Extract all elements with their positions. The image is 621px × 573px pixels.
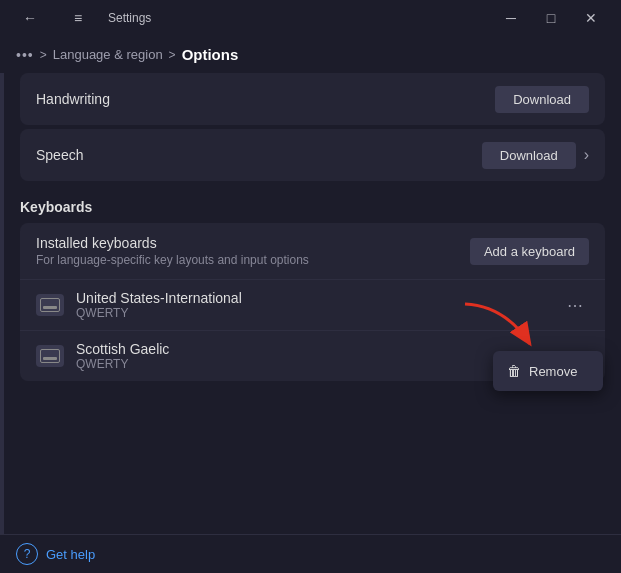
speech-chevron-icon: › (584, 146, 589, 164)
maximize-button[interactable]: □ (533, 4, 569, 32)
installed-keyboards-title: Installed keyboards (36, 235, 309, 251)
handwriting-download-button[interactable]: Download (495, 86, 589, 113)
trash-icon: 🗑 (507, 363, 521, 379)
context-menu: 🗑 Remove (493, 351, 603, 391)
handwriting-right: Download (495, 86, 589, 113)
keyboard-name-sg: Scottish Gaelic (76, 341, 561, 357)
handwriting-label: Handwriting (36, 91, 110, 107)
get-help-link[interactable]: Get help (46, 547, 95, 562)
keyboard-icon-us (36, 294, 64, 316)
keyboard-name-us: United States-International (76, 290, 561, 306)
keyboard-options-us[interactable]: ⋯ (561, 292, 589, 319)
remove-button[interactable]: 🗑 Remove (493, 355, 603, 387)
keyboard-sub-sg: QWERTY (76, 357, 561, 371)
keyboard-icon-sg (36, 345, 64, 367)
breadcrumb-sep1: > (40, 48, 47, 62)
keyboards-heading: Keyboards (20, 199, 605, 215)
keyboard-icon-inner-sg (40, 349, 60, 363)
app-title: Settings (108, 11, 151, 25)
keyboard-row-sg: Scottish Gaelic QWERTY ⋯ (20, 331, 605, 381)
help-icon: ? (16, 543, 38, 565)
minimize-button[interactable]: ─ (493, 4, 529, 32)
remove-label: Remove (529, 364, 577, 379)
installed-keyboards-text: Installed keyboards For language-specifi… (36, 235, 309, 267)
back-button[interactable]: ← (12, 4, 48, 32)
handwriting-card: Handwriting Download (20, 73, 605, 125)
breadcrumb: ••• > Language & region > Options (0, 36, 621, 73)
main-content: Handwriting Download Speech Download › K (4, 73, 621, 534)
keyboard-info-us: United States-International QWERTY (76, 290, 561, 320)
speech-card: Speech Download › (20, 129, 605, 181)
menu-button[interactable]: ≡ (60, 4, 96, 32)
window-controls: ─ □ ✕ (493, 4, 609, 32)
close-button[interactable]: ✕ (573, 4, 609, 32)
add-keyboard-button[interactable]: Add a keyboard (470, 238, 589, 265)
speech-label: Speech (36, 147, 83, 163)
handwriting-item: Handwriting Download (36, 73, 589, 125)
speech-right: Download › (482, 142, 589, 169)
keyboard-icon-inner-us (40, 298, 60, 312)
installed-keyboards-sub: For language-specific key layouts and in… (36, 253, 309, 267)
installed-keyboards-item: Installed keyboards For language-specifi… (20, 223, 605, 280)
speech-download-button[interactable]: Download (482, 142, 576, 169)
keyboard-row-us: United States-International QWERTY ⋯ (20, 280, 605, 331)
breadcrumb-sep2: > (169, 48, 176, 62)
keyboard-info-sg: Scottish Gaelic QWERTY (76, 341, 561, 371)
breadcrumb-dots[interactable]: ••• (16, 47, 34, 63)
titlebar: ← ≡ Settings ─ □ ✕ (0, 0, 621, 36)
titlebar-left: ← ≡ Settings (12, 4, 151, 32)
speech-item: Speech Download › (36, 129, 589, 181)
breadcrumb-current: Options (182, 46, 239, 63)
footer: ? Get help (0, 534, 621, 573)
breadcrumb-language-region[interactable]: Language & region (53, 47, 163, 62)
keyboards-card: Installed keyboards For language-specifi… (20, 223, 605, 381)
keyboard-sub-us: QWERTY (76, 306, 561, 320)
